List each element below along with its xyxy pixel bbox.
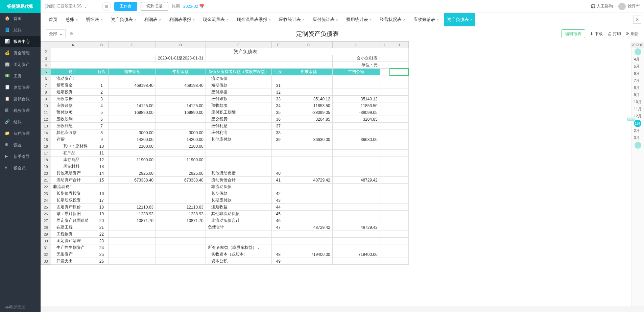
download-button[interactable]: ⬇ 下载 <box>590 31 603 37</box>
month-8月[interactable]: 8月 <box>634 84 642 91</box>
nav-vip[interactable]: V畅会员 <box>0 162 41 174</box>
col-header-D[interactable]: D <box>156 42 206 48</box>
month-5月[interactable]: 5月 <box>634 63 642 70</box>
tab-4[interactable]: 利润表× <box>142 13 164 26</box>
month-6月[interactable]: 6月 <box>634 70 642 77</box>
vip-icon: V <box>5 165 10 171</box>
tab-close-icon[interactable]: × <box>226 18 228 22</box>
nav-inout[interactable]: 📋进销台账 <box>0 93 41 105</box>
tab-close-icon[interactable]: × <box>76 18 78 22</box>
ledger-icon: 📘 <box>5 27 10 33</box>
settings-icon[interactable]: ⚙ <box>70 31 73 36</box>
tab-6[interactable]: 现金流量表× <box>200 13 231 26</box>
tab-close-icon[interactable]: × <box>336 18 338 22</box>
nav-fund[interactable]: 💰资金管理 <box>0 47 41 59</box>
month-scroll-down[interactable]: ⌄ <box>635 142 641 149</box>
app-logo: 畅捷通易代账 <box>0 0 41 13</box>
horizontal-scrollbar[interactable] <box>41 307 644 312</box>
page-title: 定制资产负债表 <box>77 30 557 38</box>
avatar-icon <box>618 3 626 10</box>
company-selector[interactable]: (勿删) 江西般室-LSS⌄ <box>45 3 99 9</box>
year-tag[interactable]: 2023.01 <box>630 43 644 48</box>
month-3月[interactable]: 3月 <box>634 134 642 141</box>
month-11月[interactable]: 11月 <box>634 105 642 113</box>
tab-0[interactable]: 首页 <box>46 13 60 26</box>
nav-tax[interactable]: 🏛税务管理 <box>0 105 41 116</box>
nav-guide[interactable]: ▶新手引导 <box>0 151 41 162</box>
switch-old-button[interactable]: 切到旧版 <box>141 2 168 11</box>
tab-3[interactable]: 资产负债表× <box>108 13 139 26</box>
tab-close-icon[interactable]: × <box>302 18 304 22</box>
col-header-E[interactable]: E <box>206 42 271 48</box>
report-icon: 📊 <box>5 39 10 44</box>
pin-toggle[interactable]: ◀◀取消固定 <box>0 302 41 312</box>
month-1月[interactable]: 1月 <box>634 120 641 127</box>
svg-rect-2 <box>105 7 108 8</box>
nav-archive[interactable]: 📁归档管理 <box>0 128 41 139</box>
tab-1[interactable]: 总账× <box>63 13 80 26</box>
tab-close-icon[interactable]: × <box>159 18 161 22</box>
tab-7[interactable]: 现金流量表季报× <box>234 13 273 26</box>
tab-close-icon[interactable]: × <box>100 18 102 22</box>
tab-close-icon[interactable]: × <box>134 18 136 22</box>
edit-report-button[interactable]: 编辑报表 <box>562 29 585 38</box>
tab-close-icon[interactable]: × <box>437 18 439 22</box>
nav-close[interactable]: 🔗结账 <box>0 116 41 128</box>
tab-close-icon[interactable]: × <box>193 18 195 22</box>
month-9月[interactable]: 9月 <box>634 91 642 98</box>
nav-home[interactable]: 🏠首页 <box>0 13 41 24</box>
col-header-J[interactable]: J <box>390 42 408 48</box>
nav-asset[interactable]: 🏢固定资产 <box>0 59 41 70</box>
tab-9[interactable]: 应付统计表× <box>310 13 341 26</box>
workbench-button[interactable]: 工作台 <box>114 2 137 11</box>
tab-close-icon[interactable]: × <box>269 18 271 22</box>
col-header-B[interactable]: B <box>95 42 109 48</box>
list-icon <box>104 4 109 9</box>
month-7月[interactable]: 7月 <box>634 77 642 84</box>
tab-10[interactable]: 费用统计表× <box>343 13 374 26</box>
chevron-down-icon: ⌄ <box>59 31 63 36</box>
col-header-F[interactable]: F <box>271 42 285 48</box>
svg-rect-1 <box>105 6 108 7</box>
tab-5[interactable]: 利润表季报× <box>167 13 197 26</box>
close-icon: 🔗 <box>5 119 10 125</box>
col-header-H[interactable]: H <box>332 42 380 48</box>
period-picker[interactable]: 2023-02 📅 <box>183 4 204 9</box>
print-button[interactable]: 🖨 打印 <box>607 31 621 37</box>
month-12月[interactable]: 12月 <box>634 113 642 120</box>
filter-dropdown[interactable]: 全部⌄ <box>46 29 66 38</box>
nav-ledger[interactable]: 📘总账 <box>0 24 41 36</box>
month-4月[interactable]: 4月 <box>634 56 642 63</box>
col-header-A[interactable]: A <box>51 42 95 48</box>
tab-close-icon[interactable]: × <box>470 18 472 22</box>
inout-icon: 📋 <box>5 96 10 102</box>
list-icon-button[interactable] <box>102 2 111 11</box>
setting-icon: ⚙ <box>5 142 10 148</box>
close-all-tabs-button[interactable]: ✕ <box>633 16 641 24</box>
nav-report[interactable]: 📊报表中心 <box>0 36 41 47</box>
month-scroll-up[interactable]: ⌃ <box>635 48 641 55</box>
nav-setting[interactable]: ⚙设置 <box>0 139 41 151</box>
salary-icon: 💵 <box>5 73 10 79</box>
tab-11[interactable]: 经营状况表× <box>377 13 408 26</box>
nav-salary[interactable]: 💵工资 <box>0 70 41 82</box>
tab-13[interactable]: 资产负债表× <box>444 13 475 26</box>
month-2月[interactable]: 2月 <box>634 127 642 134</box>
refresh-button[interactable]: ⟳ 刷新 <box>626 31 639 37</box>
asset-icon: 🏢 <box>5 62 10 67</box>
tab-2[interactable]: 明细账× <box>83 13 105 26</box>
col-header-C[interactable]: C <box>109 42 156 48</box>
tab-close-icon[interactable]: × <box>403 18 405 22</box>
col-header-I[interactable]: I <box>380 42 390 48</box>
support-link[interactable]: 🎧 人工咨询 <box>591 3 613 9</box>
col-header-G[interactable]: G <box>285 42 332 48</box>
guide-icon: ▶ <box>5 154 10 159</box>
month-10月[interactable]: 10月 <box>634 98 642 105</box>
period-label: 账期 <box>172 3 180 9</box>
nav-invoice[interactable]: 🧾发票管理 <box>0 82 41 93</box>
tab-close-icon[interactable]: × <box>369 18 372 22</box>
tab-12[interactable]: 应收账龄表× <box>411 13 442 26</box>
tab-8[interactable]: 应收统计表× <box>276 13 307 26</box>
user-menu[interactable]: 徐泽华 <box>618 3 640 10</box>
spreadsheet[interactable]: ABCDEFGHIJ2资产负债表32023-01-01至2023-01-31会小… <box>41 41 631 307</box>
